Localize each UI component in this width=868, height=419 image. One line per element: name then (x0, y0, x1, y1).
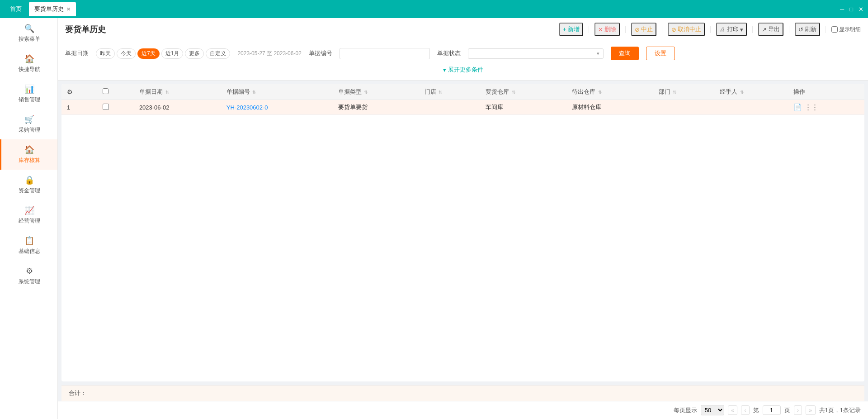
stop-button[interactable]: ⊘ 中止 (631, 23, 656, 36)
sidebar-item-inventory-label: 库存核算 (19, 157, 40, 164)
sidebar-item-quick-nav[interactable]: 🏠 快捷导航 (0, 48, 57, 79)
date-btn-yesterday[interactable]: 昨天 (96, 48, 115, 59)
cell-num: 1 (61, 100, 97, 115)
summary-label: 合计： (69, 389, 86, 397)
first-page-btn[interactable]: « (728, 405, 737, 415)
col-ops-label: 操作 (793, 88, 805, 95)
display-detail-checkbox[interactable] (831, 26, 838, 33)
cell-checkbox (97, 100, 134, 115)
page-size-select[interactable]: 10 20 50 100 (701, 405, 724, 415)
date-range-text: 2023-05-27 至 2023-06-02 (237, 50, 301, 57)
more-ops-icon[interactable]: ⋮⋮ (805, 103, 818, 111)
date-btn-custom[interactable]: 自定义 (206, 48, 230, 59)
cancel-stop-button[interactable]: ⊘ 取消中止 (668, 23, 705, 36)
window-minimize-btn[interactable]: ─ (840, 6, 844, 13)
doc-status-dropdown-icon: ▾ (597, 51, 599, 57)
pending-warehouse-value: 原材料仓库 (572, 104, 601, 110)
sort-icon-doc-date: ⇅ (165, 90, 169, 95)
prev-page-btn[interactable]: ‹ (741, 405, 749, 415)
print-button[interactable]: 🖨 打印 ▾ (716, 23, 747, 36)
page-end-label: 页 (784, 406, 790, 414)
sidebar-item-sales[interactable]: 📊 销售管理 (0, 79, 57, 109)
cell-store (419, 100, 481, 115)
sort-icon-doc-no: ⇅ (252, 90, 256, 95)
select-all-checkbox[interactable] (103, 88, 108, 94)
col-pending-warehouse-label: 待出仓库 (572, 88, 595, 95)
tab-history[interactable]: 要货单历史 ✕ (29, 2, 76, 16)
col-handler[interactable]: 经手人 ⇅ (714, 84, 788, 100)
window-close-btn[interactable]: ✕ (859, 6, 863, 13)
export-icon: ↗ (762, 26, 767, 33)
export-button[interactable]: ↗ 导出 (758, 23, 783, 36)
tab-history-close[interactable]: ✕ (66, 6, 71, 12)
column-settings-icon[interactable]: ⚙ (67, 88, 73, 95)
sidebar-item-finance[interactable]: 🔒 资金管理 (0, 170, 57, 200)
cell-doc-date: 2023-06-02 (134, 100, 221, 115)
doc-no-filter-label: 单据编号 (309, 49, 332, 57)
col-store[interactable]: 门店 ⇅ (419, 84, 481, 100)
current-page-input[interactable] (763, 405, 781, 415)
col-dept-label: 部门 (659, 88, 670, 95)
delete-button[interactable]: ✕ 删除 (594, 23, 620, 36)
row-checkbox[interactable] (103, 104, 109, 110)
tab-home[interactable]: 首页 (5, 2, 27, 16)
date-filter-btns: 昨天 今天 近7天 近1月 更多 自定义 (96, 48, 230, 59)
search-icon: 🔍 (24, 24, 34, 33)
delete-icon: ✕ (598, 26, 603, 33)
export-label: 导出 (768, 25, 780, 33)
print-dropdown-icon: ▾ (740, 26, 743, 33)
chart-icon: 📊 (24, 84, 34, 94)
date-btn-1month[interactable]: 近1月 (161, 48, 184, 59)
refresh-button[interactable]: ↺ 刷新 (795, 23, 820, 36)
col-doc-type[interactable]: 单据类型 ⇅ (333, 84, 419, 100)
last-page-btn[interactable]: » (806, 405, 815, 415)
data-table: ⚙ 单据日期 ⇅ 单据编号 ⇅ (61, 84, 864, 115)
content-area: 要货单历史 + 新增 ✕ 删除 ⊘ 中止 ⊘ 取消中止 (58, 18, 868, 419)
query-button[interactable]: 查询 (611, 47, 639, 60)
lock-icon: 🔒 (24, 175, 34, 185)
sidebar-item-inventory[interactable]: 🏠 库存核算 (0, 139, 57, 170)
sort-icon-handler: ⇅ (740, 90, 744, 95)
sidebar-item-basic[interactable]: 📋 基础信息 (0, 230, 57, 261)
page-header: 要货单历史 + 新增 ✕ 删除 ⊘ 中止 ⊘ 取消中止 (58, 18, 868, 41)
date-btn-7days[interactable]: 近7天 (137, 48, 160, 59)
display-detail-label: 显示明细 (839, 26, 861, 33)
cell-pending-warehouse: 原材料仓库 (566, 100, 653, 115)
table-body: 1 2023-06-02 YH-20230602-0 要货单要货 (61, 100, 864, 115)
cell-dept (653, 100, 715, 115)
filter-row-1: 单据日期 昨天 今天 近7天 近1月 更多 自定义 2023-05-27 至 2… (65, 47, 861, 60)
expand-more-label: 展开更多条件 (448, 66, 483, 74)
cell-handler (714, 100, 788, 115)
toolbar: + 新增 ✕ 删除 ⊘ 中止 ⊘ 取消中止 🖨 (559, 23, 861, 36)
next-page-btn[interactable]: › (794, 405, 802, 415)
new-button[interactable]: + 新增 (559, 23, 583, 36)
col-settings: ⚙ (61, 84, 97, 100)
sidebar: 🔍 搜索菜单 🏠 快捷导航 📊 销售管理 🛒 采购管理 🏠 库存核算 🔒 资金管… (0, 18, 58, 419)
sidebar-item-operation[interactable]: 📈 经营管理 (0, 200, 57, 230)
edit-icon[interactable]: 📄 (793, 103, 802, 111)
date-btn-today[interactable]: 今天 (117, 48, 136, 59)
col-doc-no[interactable]: 单据编号 ⇅ (221, 84, 333, 100)
expand-more-btn[interactable]: ▾ 展开更多条件 (65, 64, 861, 77)
top-bar: 首页 要货单历史 ✕ ─ □ ✕ (0, 0, 868, 18)
doc-status-select[interactable]: ▾ (468, 48, 604, 59)
col-req-warehouse[interactable]: 要货仓库 ⇅ (480, 84, 566, 100)
col-pending-warehouse[interactable]: 待出仓库 ⇅ (566, 84, 653, 100)
cell-doc-no: YH-20230602-0 (221, 100, 333, 115)
sidebar-item-search[interactable]: 🔍 搜索菜单 (0, 18, 57, 48)
sidebar-item-system[interactable]: ⚙ 系统管理 (0, 261, 57, 291)
display-detail-toggle[interactable]: 显示明细 (831, 26, 861, 33)
date-btn-more[interactable]: 更多 (185, 48, 204, 59)
sidebar-item-sales-label: 销售管理 (19, 96, 40, 104)
col-doc-date[interactable]: 单据日期 ⇅ (134, 84, 221, 100)
sidebar-item-operation-label: 经营管理 (19, 217, 40, 225)
doc-no-input[interactable] (340, 48, 430, 59)
toolbar-divider-3 (662, 26, 662, 33)
window-maximize-btn[interactable]: □ (849, 6, 853, 13)
table-wrap: ⚙ 单据日期 ⇅ 单据编号 ⇅ (61, 84, 864, 381)
doc-no-link[interactable]: YH-20230602-0 (226, 104, 268, 111)
set-button[interactable]: 设置 (646, 47, 675, 60)
sidebar-item-purchase[interactable]: 🛒 采购管理 (0, 109, 57, 139)
cell-doc-type: 要货单要货 (333, 100, 419, 115)
col-dept[interactable]: 部门 ⇅ (653, 84, 715, 100)
